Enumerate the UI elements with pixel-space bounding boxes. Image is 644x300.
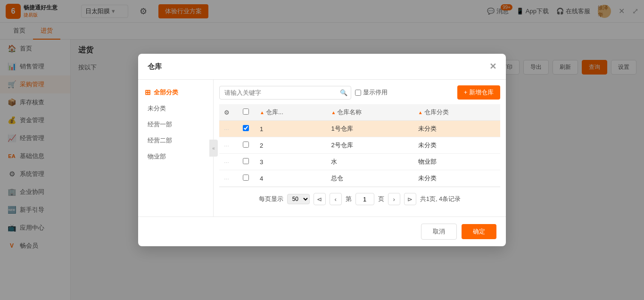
page-label: 页 (378, 195, 384, 203)
page-size-select[interactable]: 50 (287, 194, 310, 204)
table-area: 🔍 显示停用 + 新增仓库 ⚙ (214, 80, 506, 217)
cell-name: 2号仓库 (326, 137, 413, 154)
warehouse-table: ⚙ ▲ 仓库... (219, 104, 500, 187)
search-icon: 🔍 (340, 89, 347, 96)
cell-code: 3 (255, 154, 326, 170)
cell-code: 2 (255, 137, 326, 154)
cell-code: 4 (255, 170, 326, 187)
table-container: ⚙ ▲ 仓库... (219, 104, 500, 187)
search-input[interactable] (219, 86, 351, 100)
table-head: ⚙ ▲ 仓库... (219, 104, 500, 121)
cell-category: 未分类 (413, 170, 500, 187)
grid-icon: ⊞ (145, 88, 151, 97)
cell-checkbox[interactable] (238, 154, 255, 170)
pagination: 每页显示 50 ⊲ ‹ 第 页 › ⊳ 共1页, 4条记录 (219, 187, 500, 211)
cell-name: 总仓 (326, 170, 413, 187)
th-code: ▲ 仓库... (255, 104, 326, 121)
cell-checkbox[interactable] (238, 121, 255, 137)
page-section-label: 第 (346, 195, 352, 203)
cell-category: 未分类 (413, 137, 500, 154)
show-disabled-checkbox[interactable] (355, 90, 361, 96)
cell-code: 1 (255, 121, 326, 137)
all-categories-label: 全部分类 (154, 88, 178, 97)
table-row[interactable]: ··· 4 总仓 未分类 (219, 170, 500, 187)
total-label: 共1页, 4条记录 (420, 195, 461, 203)
page-size-label: 每页显示 (259, 195, 283, 203)
cell-more[interactable]: ··· (219, 137, 238, 154)
table-row[interactable]: ··· 3 水 物业部 (219, 154, 500, 170)
modal-title: 仓库 (148, 62, 162, 71)
modal-close-button[interactable]: ✕ (489, 61, 496, 72)
page-input[interactable] (355, 193, 374, 205)
collapse-sidebar-button[interactable]: « (209, 140, 218, 157)
settings-icon: ⚙ (224, 109, 230, 116)
modal-overlay: 仓库 ✕ ⊞ 全部分类 未分类 经营一部 经营二部 (0, 0, 644, 300)
cell-checkbox[interactable] (238, 170, 255, 187)
th-name: ▲ 仓库名称 (326, 104, 413, 121)
cell-checkbox[interactable] (238, 137, 255, 154)
cell-more[interactable]: ··· (219, 154, 238, 170)
th-category: ▲ 仓库分类 (413, 104, 500, 121)
table-row[interactable]: ··· 1 1号仓库 未分类 (219, 121, 500, 137)
cell-name: 1号仓库 (326, 121, 413, 137)
modal-header: 仓库 ✕ (138, 54, 506, 80)
next-page-button[interactable]: › (388, 193, 400, 205)
select-all-checkbox[interactable] (243, 108, 249, 115)
cell-category: 未分类 (413, 121, 500, 137)
modal-body: ⊞ 全部分类 未分类 经营一部 经营二部 物业部 « (138, 80, 506, 217)
cell-category: 物业部 (413, 154, 500, 170)
warehouse-modal: 仓库 ✕ ⊞ 全部分类 未分类 经营一部 经营二部 (138, 54, 506, 246)
show-disabled-label[interactable]: 显示停用 (355, 88, 388, 97)
sort-icon-cat: ▲ (418, 110, 423, 115)
sort-icon-name: ▲ (331, 110, 336, 115)
last-page-button[interactable]: ⊳ (404, 193, 416, 205)
category-item-1[interactable]: 经营一部 (138, 117, 213, 133)
table-row[interactable]: ··· 2 2号仓库 未分类 (219, 137, 500, 154)
cell-name: 水 (326, 154, 413, 170)
prev-page-button[interactable]: ‹ (330, 193, 342, 205)
th-settings[interactable]: ⚙ (219, 104, 238, 121)
cell-more[interactable]: ··· (219, 170, 238, 187)
search-input-wrap: 🔍 (219, 86, 351, 100)
table-header-row: ⚙ ▲ 仓库... (219, 104, 500, 121)
all-categories[interactable]: ⊞ 全部分类 (138, 84, 213, 100)
category-item-0[interactable]: 未分类 (138, 100, 213, 117)
table-toolbar: 🔍 显示停用 + 新增仓库 (219, 85, 500, 100)
cancel-button[interactable]: 取消 (421, 224, 457, 240)
sort-icon: ▲ (260, 110, 264, 115)
cell-more[interactable]: ··· (219, 121, 238, 137)
table-body: ··· 1 1号仓库 未分类 ··· 2 2号仓库 未分类 ··· 3 水 物业… (219, 121, 500, 187)
confirm-button[interactable]: 确定 (462, 224, 496, 239)
first-page-button[interactable]: ⊲ (314, 193, 326, 205)
category-item-2[interactable]: 经营二部 (138, 133, 213, 149)
category-item-3[interactable]: 物业部 (138, 149, 213, 165)
modal-footer: 取消 确定 (138, 217, 506, 246)
category-sidebar: ⊞ 全部分类 未分类 经营一部 经营二部 物业部 « (138, 80, 214, 217)
th-checkbox[interactable] (238, 104, 255, 121)
add-warehouse-button[interactable]: + 新增仓库 (457, 85, 500, 100)
